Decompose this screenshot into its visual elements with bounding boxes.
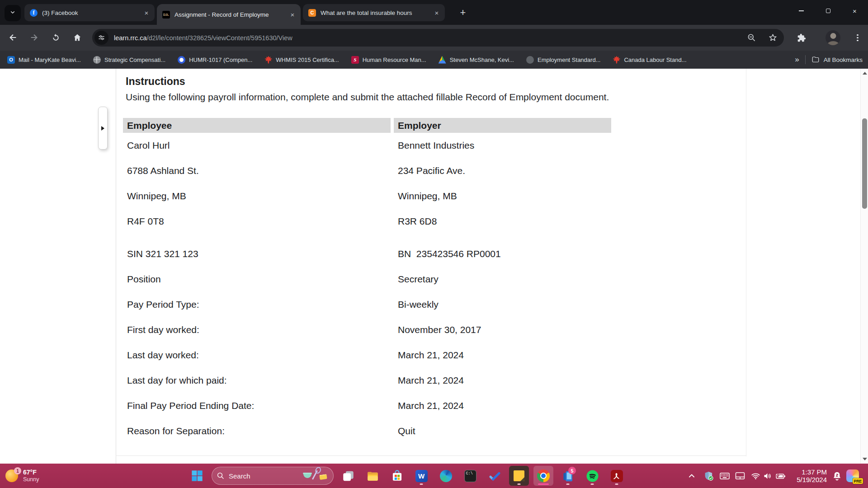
scroll-down-arrow-icon[interactable] — [863, 458, 867, 460]
word-button[interactable]: W — [411, 466, 431, 486]
bell-sleep-icon — [831, 470, 843, 482]
profile-avatar[interactable] — [826, 30, 840, 45]
volume-button[interactable] — [763, 471, 772, 481]
reload-icon — [51, 33, 61, 42]
bookmark-star-button[interactable] — [768, 33, 778, 42]
url-domain: learn.rrc.ca — [114, 34, 147, 42]
security-shield-button[interactable] — [703, 471, 714, 481]
tab-close-icon[interactable]: × — [142, 8, 151, 17]
sidebar-expand-handle[interactable] — [98, 107, 108, 150]
touchpad-button[interactable] — [735, 470, 745, 481]
table-cell-right: Bennett Industries — [394, 140, 474, 151]
hidden-icons-button[interactable] — [687, 471, 696, 480]
start-button[interactable] — [187, 466, 207, 486]
taskbar-clock[interactable]: 1:37 PM 5/19/2024 — [797, 468, 827, 483]
notifications-button[interactable] — [831, 470, 843, 482]
bookmark-label: Human Resource Man... — [363, 56, 426, 63]
table-header-employer: Employer — [394, 118, 611, 133]
edge-button[interactable] — [436, 466, 456, 486]
window-minimize-button[interactable] — [788, 0, 815, 22]
browser-menu-button[interactable] — [852, 30, 863, 45]
phone-link-badge: 5 — [568, 467, 576, 474]
bookmark-list: Mail - MaryKate Beavi... Strategic Compe… — [7, 51, 687, 69]
forward-arrow-icon — [29, 33, 39, 42]
scroll-up-arrow-icon[interactable] — [863, 72, 867, 75]
table-cell-left: Pay Period Type: — [123, 299, 394, 310]
battery-button[interactable] — [774, 470, 786, 482]
shield-icon — [703, 471, 714, 481]
table-row: Last day worked: March 21, 2024 — [123, 343, 611, 368]
browser-tab[interactable]: (3) Facebook × — [24, 4, 155, 21]
instructions-text: Using the following payroll information,… — [126, 92, 609, 103]
weather-widget[interactable]: 1 67°F Sunny — [5, 464, 39, 488]
tab-close-icon[interactable]: × — [432, 8, 441, 17]
address-bar[interactable]: learn.rrc.ca/d2l/le/content/328625/viewC… — [92, 29, 784, 47]
table-cell-right: Bi-weekly — [394, 299, 439, 310]
spotify-button[interactable] — [582, 466, 602, 486]
whisk-icon — [312, 470, 318, 480]
wifi-icon — [751, 471, 760, 481]
table-header-row: Employee Employer — [123, 118, 611, 133]
url-text[interactable]: learn.rrc.ca/d2l/le/content/328625/viewC… — [114, 34, 292, 42]
tab-list: (3) Facebook × Assignment - Record of Em… — [24, 0, 445, 25]
table-cell-left: Last day for which paid: — [123, 375, 394, 386]
touch-keyboard-button[interactable] — [719, 470, 730, 481]
divider — [116, 455, 746, 456]
bookmarks-bar: Mail - MaryKate Beavi... Strategic Compe… — [0, 51, 868, 69]
keyboard-icon — [719, 470, 730, 481]
tab-search-button[interactable] — [5, 5, 21, 21]
scrollbar-thumb[interactable] — [862, 118, 867, 209]
back-button[interactable] — [5, 30, 21, 45]
new-tab-button[interactable]: + — [457, 6, 469, 19]
battery-charging-icon — [774, 470, 786, 482]
payroll-info-table: Employee Employer Carol Hurl Bennett Ind… — [123, 118, 611, 444]
bookmark-favicon-icon — [178, 56, 185, 64]
extensions-button[interactable] — [794, 30, 809, 45]
bookmark-item[interactable]: WHMIS 2015 Certifica... — [264, 56, 339, 64]
browser-tab[interactable]: What are the total insurable hours × — [303, 4, 445, 21]
file-explorer-button[interactable] — [363, 466, 382, 486]
chrome-button[interactable] — [533, 466, 553, 486]
chevron-down-icon — [9, 9, 16, 18]
sun-icon: 1 — [5, 469, 18, 482]
copilot-button[interactable]: PRE — [846, 469, 859, 482]
todo-check-icon — [489, 470, 501, 482]
task-view-button[interactable] — [338, 466, 358, 486]
command-prompt-icon — [464, 470, 476, 482]
reload-button[interactable] — [48, 30, 63, 45]
bookmark-favicon-icon — [526, 56, 534, 64]
todo-button[interactable] — [485, 466, 505, 486]
divider — [116, 69, 116, 464]
bookmark-item[interactable]: Human Resource Man... — [351, 56, 426, 64]
table-row: Pay Period Type: Bi-weekly — [123, 292, 611, 317]
microsoft-store-button[interactable] — [387, 466, 407, 486]
bookmark-item[interactable]: Steven McShane, Kevi... — [439, 56, 514, 64]
bookmark-item[interactable]: Canada Labour Stand... — [613, 56, 686, 64]
table-cell-right: Secretary — [394, 274, 439, 285]
home-button[interactable] — [70, 30, 85, 45]
word-icon: W — [415, 470, 428, 482]
vertical-scrollbar[interactable] — [860, 69, 868, 464]
bookmark-item[interactable]: Mail - MaryKate Beavi... — [7, 56, 81, 64]
window-close-button[interactable]: × — [841, 0, 868, 22]
table-body: Carol Hurl Bennett Industries 6788 Ashla… — [123, 133, 611, 444]
all-bookmarks-button[interactable]: All Bookmarks — [811, 56, 863, 64]
bookmark-item[interactable]: Employment Standard... — [526, 56, 600, 64]
sticky-notes-button[interactable] — [509, 466, 529, 486]
browser-tab[interactable]: Assignment - Record of Employme × — [157, 4, 301, 25]
site-info-button[interactable] — [94, 31, 108, 45]
bookmark-item[interactable]: HUMR-1017 (Compen... — [178, 56, 252, 64]
tab-favicon-icon — [308, 9, 316, 17]
terminal-button[interactable] — [460, 466, 480, 486]
phone-link-button[interactable]: 5 — [558, 466, 578, 486]
zoom-out-button[interactable] — [747, 33, 756, 42]
bookmark-item[interactable]: Strategic Compensati... — [93, 56, 165, 64]
window-maximize-button[interactable] — [815, 0, 841, 22]
wifi-button[interactable] — [751, 471, 760, 481]
taskbar-search-box[interactable]: Search — [212, 467, 334, 485]
bookmarks-overflow-button[interactable]: » — [795, 55, 799, 64]
acrobat-button[interactable] — [607, 466, 627, 486]
forward-button[interactable] — [26, 30, 42, 45]
folder-icon — [811, 56, 820, 64]
tab-close-icon[interactable]: × — [288, 10, 297, 19]
